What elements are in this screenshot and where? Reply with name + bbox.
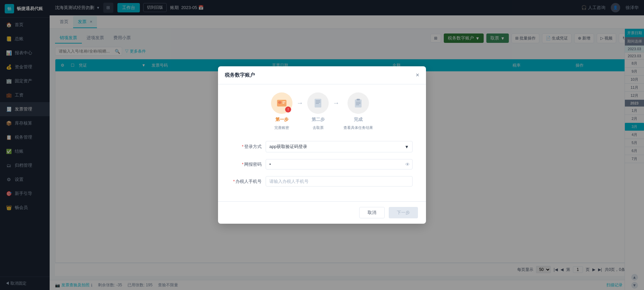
step-3-sublabel: 查看具体任务结果 [343,125,373,130]
step-1-icon-wrap: ! [271,92,292,114]
document-icon [312,97,324,109]
svg-rect-5 [316,100,320,101]
phone-input[interactable] [266,176,413,187]
password-wrap: 👁 [266,159,413,169]
phone-row: 办税人手机号 [231,176,413,187]
step-2-icon-wrap [307,92,329,114]
modal-body: ! 第一步 完善账密 → [218,84,426,201]
next-button[interactable]: 下一步 [389,207,418,218]
step-1: ! 第一步 完善账密 [271,92,292,130]
step-3: 完成 查看具体任务结果 [343,92,373,130]
step-1-sublabel: 完善账密 [274,125,289,130]
svg-rect-12 [356,104,359,105]
step-arrow-2: → [329,99,343,107]
login-method-value: app获取验证码登录 [269,144,307,150]
modal-overlay[interactable]: 税务数字账户 × ! 第一步 [0,0,644,290]
svg-rect-11 [356,103,361,104]
step-1-label: 第一步 [275,117,288,123]
step-2: 第二步 去取票 [307,92,329,130]
svg-rect-2 [282,101,285,102]
phone-label: 办税人手机号 [231,178,262,185]
steps-indicator: ! 第一步 完善账密 → [231,92,413,130]
login-method-select[interactable]: app获取验证码登录 ▼ [266,141,413,152]
step-arrow-1: → [292,99,307,107]
web-password-input[interactable] [266,159,413,169]
login-method-label: 登录方式 [231,144,262,150]
login-method-row: 登录方式 app获取验证码登录 ▼ [231,141,413,152]
svg-rect-9 [357,99,360,100]
clipboard-icon [352,97,364,109]
svg-rect-7 [316,103,319,104]
web-password-label: 网报密码 [231,161,262,167]
step-1-badge: ! [285,106,291,113]
modal-close-button[interactable]: × [416,72,419,79]
svg-rect-10 [356,102,361,102]
tax-digital-modal: 税务数字账户 × ! 第一步 [218,66,426,224]
login-method-arrow: ▼ [405,144,409,149]
cancel-button[interactable]: 取消 [359,207,385,218]
svg-rect-3 [282,103,284,103]
password-toggle-icon[interactable]: 👁 [405,162,410,167]
svg-rect-1 [278,101,281,104]
step-2-label: 第二步 [312,117,325,123]
modal-header: 税务数字账户 × [218,66,426,84]
step-2-sublabel: 去取票 [313,125,324,130]
web-password-row: 网报密码 👁 [231,159,413,169]
step-3-icon-wrap [347,92,369,114]
step-3-label: 完成 [354,117,363,123]
svg-rect-6 [316,102,320,102]
modal-footer: 取消 下一步 [218,201,426,224]
modal-title: 税务数字账户 [225,72,255,78]
